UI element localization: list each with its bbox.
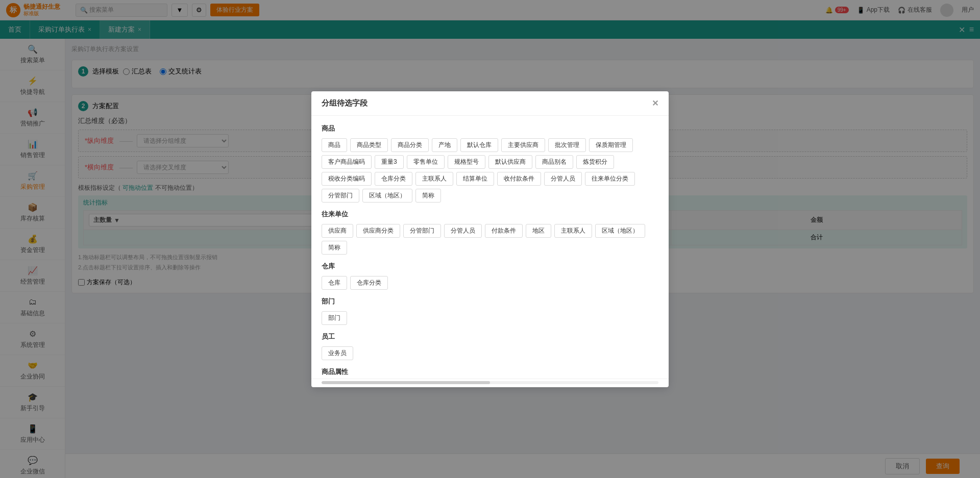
field-tag[interactable]: 批次管理 (548, 138, 586, 152)
section-title-product-attr: 商品属性 (322, 367, 658, 376)
field-tag[interactable]: 主联系人 (554, 224, 592, 238)
field-tag[interactable]: 主要供应商 (501, 138, 545, 152)
field-tag[interactable]: 保质期管理 (589, 138, 633, 152)
hscrollbar-track (322, 381, 658, 384)
field-tag[interactable]: 地区 (526, 224, 551, 238)
modal-close-btn[interactable]: ✕ (652, 98, 658, 108)
field-tag[interactable]: 产地 (432, 138, 457, 152)
modal-header: 分组待选字段 ✕ (311, 91, 669, 116)
field-tag[interactable]: 主联系人 (415, 172, 453, 186)
modal-body: 商品 商品商品类型商品分类产地默认仓库主要供应商批次管理保质期管理客户商品编码重… (311, 116, 669, 379)
section-title-product: 商品 (322, 124, 658, 133)
modal-hscrollbar[interactable] (311, 379, 669, 387)
field-tag[interactable]: 区域（地区） (362, 189, 412, 203)
field-tag[interactable]: 商品别名 (535, 155, 573, 169)
field-tag[interactable]: 仓库分类 (375, 172, 412, 186)
field-tag[interactable]: 往来单位分类 (585, 172, 635, 186)
field-tag[interactable]: 客户商品编码 (322, 155, 372, 169)
field-tag[interactable]: 重量3 (375, 155, 404, 169)
modal-dialog: 分组待选字段 ✕ 商品 商品商品类型商品分类产地默认仓库主要供应商批次管理保质期… (311, 91, 669, 387)
field-tag[interactable]: 规格型号 (448, 155, 485, 169)
modal-title: 分组待选字段 (322, 98, 368, 108)
field-tag[interactable]: 供应商分类 (356, 224, 400, 238)
field-tag[interactable]: 供应商 (322, 224, 353, 238)
field-tag[interactable]: 分管部门 (322, 189, 359, 203)
field-tag[interactable]: 仓库分类 (350, 276, 388, 290)
field-tag[interactable]: 付款条件 (485, 224, 523, 238)
field-tag[interactable]: 分管人员 (544, 172, 582, 186)
field-tag[interactable]: 税收分类编码 (322, 172, 372, 186)
field-tag[interactable]: 商品 (322, 138, 347, 152)
field-tag[interactable]: 区域（地区） (595, 224, 645, 238)
field-tag[interactable]: 简称 (322, 241, 347, 255)
field-tag[interactable]: 仓库 (322, 276, 347, 290)
department-fields: 部门 (322, 311, 658, 325)
section-title-warehouse: 仓库 (322, 262, 658, 271)
partner-fields: 供应商供应商分类分管部门分管人员付款条件地区主联系人区域（地区）简称 (322, 224, 658, 255)
warehouse-fields: 仓库仓库分类 (322, 276, 658, 290)
field-tag[interactable]: 结算单位 (456, 172, 494, 186)
field-tag[interactable]: 炼货积分 (576, 155, 614, 169)
field-tag[interactable]: 分管部门 (403, 224, 441, 238)
hscrollbar-thumb (322, 381, 490, 384)
field-tag[interactable]: 业务员 (322, 346, 353, 360)
field-tag[interactable]: 零售单位 (407, 155, 445, 169)
product-fields: 商品商品类型商品分类产地默认仓库主要供应商批次管理保质期管理客户商品编码重量3零… (322, 138, 658, 203)
field-tag[interactable]: 简称 (415, 189, 441, 203)
section-title-employee: 员工 (322, 332, 658, 341)
field-tag[interactable]: 商品类型 (350, 138, 388, 152)
employee-fields: 业务员 (322, 346, 658, 360)
modal-overlay[interactable]: 分组待选字段 ✕ 商品 商品商品类型商品分类产地默认仓库主要供应商批次管理保质期… (0, 0, 980, 478)
section-title-department: 部门 (322, 297, 658, 306)
section-title-partner: 往来单位 (322, 210, 658, 219)
field-tag[interactable]: 商品分类 (391, 138, 429, 152)
field-tag[interactable]: 收付款条件 (497, 172, 541, 186)
field-tag[interactable]: 分管人员 (444, 224, 482, 238)
field-tag[interactable]: 默认供应商 (488, 155, 532, 169)
field-tag[interactable]: 部门 (322, 311, 347, 325)
field-tag[interactable]: 默认仓库 (460, 138, 498, 152)
